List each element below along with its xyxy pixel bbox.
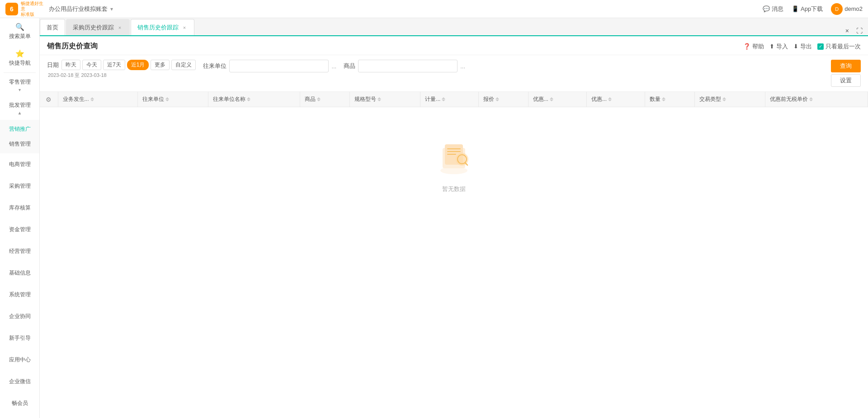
date-range-text: 2023-02-18 至 2023-03-18 xyxy=(47,72,196,79)
page-header: 销售历史价查询 ❓ 帮助 ⬆ 导入 ⬇ 导出 ✓ xyxy=(40,36,868,55)
sidebar-item-wechat[interactable]: 企业微信 xyxy=(0,370,39,392)
expand-icon[interactable]: ⛶ xyxy=(854,26,864,35)
date-label: 日期 xyxy=(47,61,59,69)
th-product[interactable]: 商品 xyxy=(300,92,350,107)
sidebar-item-enterprise[interactable]: 企业协同 xyxy=(0,305,39,327)
only-last-checkbox[interactable]: ✓ 只看最后一次 xyxy=(817,43,861,51)
tab-close-sales[interactable]: × xyxy=(181,24,188,31)
top-bar: 6 畅捷通好生意 标准版 办公用品行业模拟账套 ▾ 💬 消息 📱 App下载 D… xyxy=(0,0,868,18)
message-icon: 💬 xyxy=(763,5,770,12)
date-filter: 日期 昨天 今天 近7天 近1月 更多 自定义 xyxy=(47,60,196,70)
empty-illustration xyxy=(431,134,476,180)
sort-icon xyxy=(722,97,726,101)
th-unit[interactable]: 计量... xyxy=(420,92,479,107)
checkbox-icon: ✓ xyxy=(817,43,824,50)
sidebar-sub-item-sales[interactable]: 销售管理 xyxy=(0,137,39,152)
th-discount2[interactable]: 优惠... xyxy=(587,92,645,107)
message-button[interactable]: 💬 消息 xyxy=(763,5,783,13)
sidebar-item-retail[interactable]: 零售管理 ▾ xyxy=(0,74,39,97)
results-table: ⚙ 业务发生... xyxy=(40,92,868,107)
empty-text: 暂无数据 xyxy=(442,185,466,193)
help-icon: ❓ xyxy=(743,43,750,50)
sort-icon xyxy=(662,97,665,101)
sidebar-item-basic[interactable]: 基础信息 xyxy=(0,262,39,284)
partner-label: 往来单位 xyxy=(203,62,226,70)
date-yesterday-button[interactable]: 昨天 xyxy=(61,60,80,70)
sidebar-item-guide[interactable]: 新手引导 xyxy=(0,327,39,349)
th-biz-date[interactable]: 业务发生... xyxy=(58,92,137,107)
product-input[interactable] xyxy=(358,60,458,72)
tab-purchase-history[interactable]: 采购历史价跟踪 × xyxy=(66,19,130,35)
th-trade-type[interactable]: 交易类型 xyxy=(694,92,765,107)
avatar: D xyxy=(831,3,843,15)
page-header-actions: ❓ 帮助 ⬆ 导入 ⬇ 导出 ✓ 只看最后一次 xyxy=(743,43,861,51)
logo-text: 畅捷通好生意 标准版 xyxy=(21,1,45,17)
logo-icon: 6 xyxy=(5,3,18,15)
close-tab-icon[interactable]: × xyxy=(844,26,851,35)
th-spec[interactable]: 规格型号 xyxy=(349,92,420,107)
th-gear[interactable]: ⚙ xyxy=(40,92,58,107)
sort-icon xyxy=(809,97,813,101)
sidebar-item-ecommerce[interactable]: 电商管理 xyxy=(0,153,39,175)
sidebar-item-search[interactable]: 🔍 搜索菜单 xyxy=(0,18,39,45)
th-partner-code[interactable]: 往来单位 xyxy=(137,92,208,107)
export-button[interactable]: ⬇ 导出 xyxy=(793,43,812,51)
th-quote[interactable]: 报价 xyxy=(479,92,528,107)
partner-filter-group: 往来单位 ... xyxy=(203,60,336,72)
sidebar-item-inventory[interactable]: 库存核算 xyxy=(0,197,39,218)
settings-button[interactable]: 设置 xyxy=(831,74,861,87)
help-button[interactable]: ❓ 帮助 xyxy=(743,43,764,51)
app-title: 办公用品行业模拟账套 ▾ xyxy=(45,5,763,13)
search-icon: 🔍 xyxy=(15,23,24,31)
sidebar-item-wholesale[interactable]: 批发管理 ▲ xyxy=(0,97,39,120)
sidebar-sub-item-marketing[interactable]: 营销推广 xyxy=(0,122,39,137)
sidebar-item-purchase[interactable]: 采购管理 xyxy=(0,175,39,197)
partner-more-icon[interactable]: ... xyxy=(331,63,336,70)
tab-sales-history[interactable]: 销售历史价跟踪 × xyxy=(131,19,194,35)
phone-icon: 📱 xyxy=(792,5,799,12)
tab-bar-controls: × ⛶ xyxy=(840,26,868,35)
sidebar-item-operation[interactable]: 经营管理 xyxy=(0,240,39,262)
sort-icon xyxy=(495,97,499,101)
sidebar-item-system[interactable]: 系统管理 xyxy=(0,284,39,305)
sort-icon xyxy=(442,97,445,101)
app-download-button[interactable]: 📱 App下载 xyxy=(792,5,823,13)
import-icon: ⬆ xyxy=(769,43,774,50)
sidebar-item-appstore[interactable]: 应用中心 xyxy=(0,349,39,370)
empty-state: 暂无数据 xyxy=(40,107,868,220)
sidebar-item-shortcut[interactable]: ⭐ 快捷导航 xyxy=(0,45,39,71)
date-buttons: 昨天 今天 近7天 近1月 更多 自定义 xyxy=(61,60,196,70)
table-container: ⚙ 业务发生... xyxy=(40,92,868,418)
sort-icon xyxy=(377,97,381,101)
import-button[interactable]: ⬆ 导入 xyxy=(769,43,788,51)
date-more-button[interactable]: 更多 xyxy=(151,60,170,70)
date-custom-button[interactable]: 自定义 xyxy=(171,60,196,70)
page-title: 销售历史价查询 xyxy=(47,42,98,51)
date-today-button[interactable]: 今天 xyxy=(82,60,101,70)
sort-icon xyxy=(165,97,169,101)
date-last7-button[interactable]: 近7天 xyxy=(103,60,125,70)
date-last1m-button[interactable]: 近1月 xyxy=(127,60,149,70)
dropdown-chevron-icon[interactable]: ▾ xyxy=(110,6,113,12)
sort-icon xyxy=(90,97,94,101)
user-menu-button[interactable]: D demo2 xyxy=(831,3,863,15)
tab-home[interactable]: 首页 xyxy=(40,19,65,35)
partner-input-wrapper: ... xyxy=(229,60,336,72)
sidebar: 🔍 搜索菜单 ⭐ 快捷导航 零售管理 ▾ 批发管理 ▲ 营销推广 销售管理 电商… xyxy=(0,18,40,418)
content-area: 首页 采购历史价跟踪 × 销售历史价跟踪 × × ⛶ 销售历史价查询 xyxy=(40,18,868,418)
th-partner-name[interactable]: 往来单位名称 xyxy=(208,92,300,107)
logo: 6 畅捷通好生意 标准版 xyxy=(5,1,45,17)
partner-input[interactable] xyxy=(229,60,329,72)
query-button[interactable]: 查询 xyxy=(831,60,861,72)
chevron-down-icon: ▾ xyxy=(19,87,21,92)
tab-close-purchase[interactable]: × xyxy=(117,24,123,31)
sidebar-item-member[interactable]: 畅会员 xyxy=(0,392,39,414)
date-filter-group: 日期 昨天 今天 近7天 近1月 更多 自定义 2023-02-18 至 202… xyxy=(47,60,196,79)
sort-icon xyxy=(608,97,612,101)
th-qty[interactable]: 数量 xyxy=(645,92,695,107)
sidebar-item-finance[interactable]: 资金管理 xyxy=(0,218,39,240)
th-pretax-price[interactable]: 优惠前无税单价 xyxy=(765,92,868,107)
th-discount1[interactable]: 优惠... xyxy=(528,92,586,107)
top-bar-right: 💬 消息 📱 App下载 D demo2 xyxy=(763,3,863,15)
product-more-icon[interactable]: ... xyxy=(460,63,465,70)
